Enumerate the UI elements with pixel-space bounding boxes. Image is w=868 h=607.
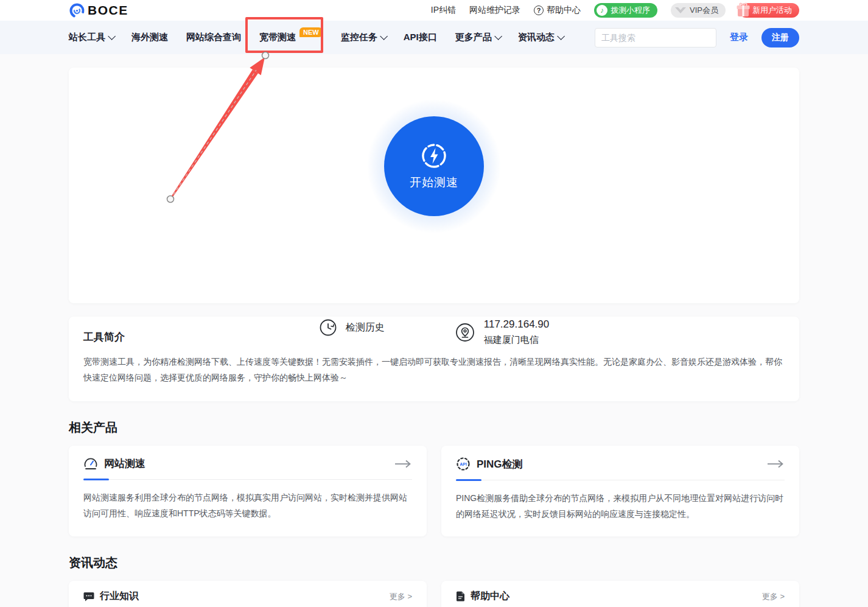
product-description: 网站测速服务利用全球分布的节点网络，模拟真实用户访问网站，实时检测并提供网站访问… xyxy=(83,489,412,521)
intro-body: 宽带测速工具，为你精准检测网络下载、上传速度等关键数据！无需安装插件，一键启动即… xyxy=(83,354,785,385)
link-help-label: 帮助中心 xyxy=(547,5,581,16)
news-section-title: 资讯动态 xyxy=(69,555,799,571)
news-column-name: 行业知识 xyxy=(100,590,384,603)
new-badge: NEW xyxy=(299,27,323,37)
more-link[interactable]: 更多 > xyxy=(390,591,412,602)
gift-icon xyxy=(735,1,751,18)
boce-logo-icon xyxy=(69,2,85,19)
document-icon xyxy=(456,591,465,602)
nav-label: 监控任务 xyxy=(341,32,377,43)
nav-item-monitor-tasks[interactable]: 监控任务 xyxy=(341,32,385,43)
speedtest-hero-card: 开始测速 检测历史 117.29.164.9 xyxy=(69,68,799,303)
boce-logo[interactable]: BOCE xyxy=(69,2,128,19)
mini-program-icon: ♪ xyxy=(597,5,607,16)
ip-location: 福建厦门电信 xyxy=(484,334,549,346)
nav-label: 更多产品 xyxy=(455,32,492,43)
nav-item-overseas-speedtest[interactable]: 海外测速 xyxy=(131,32,168,43)
main-content: 开始测速 检测历史 117.29.164.9 xyxy=(69,68,799,607)
nav-label: 宽带测速 xyxy=(259,32,296,43)
news-column-name: 帮助中心 xyxy=(471,590,757,603)
mini-program-pill[interactable]: ♪ 拨测小程序 xyxy=(594,3,657,18)
chevron-down-icon xyxy=(380,32,388,40)
nav-label: 站长工具 xyxy=(69,32,105,43)
nav-item-more-products[interactable]: 更多产品 xyxy=(455,32,500,43)
question-circle-icon: ? xyxy=(534,5,544,15)
ip-info: 117.29.164.90 福建厦门电信 xyxy=(455,318,549,346)
chevron-down-icon xyxy=(108,32,116,40)
product-name: PING检测 xyxy=(477,457,760,471)
new-user-label: 新用户活动 xyxy=(752,5,792,16)
speedometer-lightning-icon xyxy=(420,142,448,170)
divider xyxy=(456,480,785,480)
register-button[interactable]: 注册 xyxy=(761,28,799,47)
more-link[interactable]: 更多 > xyxy=(762,591,785,602)
login-link[interactable]: 登录 xyxy=(730,32,748,43)
nav-label: 资讯动态 xyxy=(518,32,555,43)
new-user-pill[interactable]: 新用户活动 xyxy=(739,3,799,18)
product-name: 网站测速 xyxy=(104,457,388,471)
arrow-right-icon[interactable] xyxy=(394,460,412,468)
link-maintenance[interactable]: 网站维护记录 xyxy=(469,5,520,16)
start-button-label: 开始测速 xyxy=(410,175,458,191)
related-products-title: 相关产品 xyxy=(69,419,799,436)
nav-item-site-query[interactable]: 网站综合查询 xyxy=(186,32,241,43)
chat-bubble-icon xyxy=(83,592,94,602)
start-speedtest-button[interactable]: 开始测速 xyxy=(384,116,484,216)
history-link[interactable]: 检测历史 xyxy=(319,318,385,337)
product-card-ping-check[interactable]: API PING检测 PING检测服务借助全球分布的节点网络，来模拟用户从不同地… xyxy=(441,446,799,536)
vip-pill[interactable]: VIP会员 xyxy=(671,3,726,18)
chevron-down-icon xyxy=(494,32,502,40)
svg-text:API: API xyxy=(460,462,467,466)
nav-label: 海外测速 xyxy=(131,32,168,43)
link-help-center[interactable]: ? 帮助中心 xyxy=(534,5,581,16)
news-card-industry: 行业知识 更多 > 域名查询的方法有哪些? 2026-01-09 xyxy=(69,581,427,607)
chevron-down-icon xyxy=(557,32,565,40)
location-pin-icon xyxy=(455,322,475,343)
arrow-right-icon[interactable] xyxy=(766,460,785,468)
vip-chevron-icon xyxy=(674,7,687,14)
ip-address: 117.29.164.90 xyxy=(484,318,549,331)
start-button-halo: 开始测速 xyxy=(367,99,501,233)
nav-item-api[interactable]: API接口 xyxy=(404,32,437,43)
nav-item-webmaster-tools[interactable]: 站长工具 xyxy=(69,32,113,43)
tool-search-box[interactable] xyxy=(595,28,716,47)
nav-label: API接口 xyxy=(404,32,437,43)
link-ip-correct-label: IP纠错 xyxy=(431,5,456,16)
nav-item-news[interactable]: 资讯动态 xyxy=(518,32,562,43)
vip-label: VIP会员 xyxy=(690,5,718,16)
link-maintenance-label: 网站维护记录 xyxy=(469,5,520,16)
link-ip-correct[interactable]: IP纠错 xyxy=(431,5,456,16)
news-card-help-center: 帮助中心 更多 > HTTP状态码具体含义 2025-12-22 xyxy=(441,581,799,607)
history-label: 检测历史 xyxy=(346,321,385,334)
nav-item-broadband-speedtest[interactable]: 宽带测速 NEW xyxy=(259,32,323,43)
gauge-icon xyxy=(83,457,98,471)
product-description: PING检测服务借助全球分布的节点网络，来模拟用户从不同地理位置对网站进行访问时… xyxy=(456,490,785,522)
product-card-website-speedtest[interactable]: 网站测速 网站测速服务利用全球分布的节点网络，模拟真实用户访问网站，实时检测并提… xyxy=(69,446,427,536)
mini-program-label: 拨测小程序 xyxy=(611,5,650,16)
history-clock-icon xyxy=(319,318,337,337)
ping-api-icon: API xyxy=(456,457,471,471)
main-navbar: 站长工具 海外测速 网站综合查询 宽带测速 NEW 监控任务 API接口 更多产… xyxy=(0,21,868,54)
logo-text: BOCE xyxy=(88,3,128,18)
top-header: BOCE IP纠错 网站维护记录 ? 帮助中心 ♪ 拨测小程序 VIP会员 xyxy=(0,0,868,21)
nav-label: 网站综合查询 xyxy=(186,32,241,43)
search-input[interactable] xyxy=(601,33,712,43)
divider xyxy=(83,479,412,480)
